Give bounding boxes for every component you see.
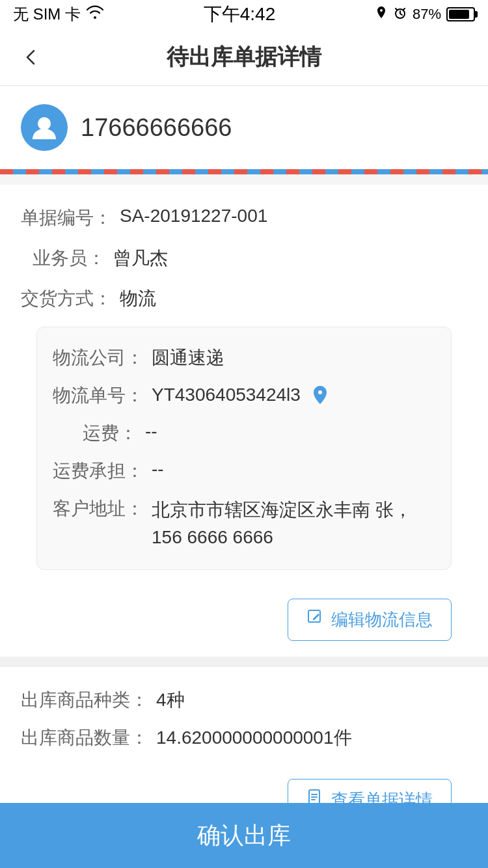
freight-bearer-label: 运费承担： — [53, 459, 144, 483]
freight-row: 运费： -- — [53, 421, 435, 446]
alarm-icon — [393, 5, 407, 23]
address-label: 客户地址： — [53, 496, 144, 521]
order-no-label: 单据编号： — [21, 206, 112, 230]
logistics-tracking-label: 物流单号： — [53, 383, 144, 408]
order-no-row: 单据编号： SA-20191227-001 — [21, 206, 467, 230]
salesman-row: 业务员： 曾凡杰 — [21, 246, 467, 271]
confirm-button[interactable]: 确认出库 — [0, 803, 488, 868]
logistics-box: 物流公司： 圆通速递 物流单号： YT43064053424l3 运费： -- … — [36, 327, 452, 570]
tracking-location-button[interactable] — [308, 383, 332, 407]
goods-quantity-label: 出库商品数量： — [21, 726, 148, 750]
customer-section: 17666666666 — [0, 86, 488, 169]
location-icon — [375, 5, 388, 23]
logistics-tracking-value: YT43064053424l3 — [152, 383, 435, 407]
delivery-method-label: 交货方式： — [21, 286, 112, 311]
freight-value: -- — [145, 421, 435, 442]
svg-rect-2 — [308, 610, 320, 622]
battery-percentage: 87% — [413, 6, 441, 23]
battery-icon — [446, 7, 475, 21]
address-value: 北京市市辖区海淀区永丰南 张，156 6666 6666 — [152, 496, 435, 551]
avatar — [21, 104, 68, 151]
salesman-value: 曾凡杰 — [113, 246, 467, 271]
edit-icon — [306, 608, 325, 631]
goods-quantity-value: 14.620000000000001件 — [156, 726, 352, 750]
goods-type-value: 4种 — [156, 688, 185, 712]
salesman-label: 业务员： — [21, 246, 105, 271]
status-left: 无 SIM 卡 — [13, 4, 104, 25]
freight-bearer-row: 运费承担： -- — [53, 459, 435, 483]
goods-type-row: 出库商品种类： 4种 — [21, 688, 467, 712]
page-title: 待出库单据详情 — [167, 42, 321, 72]
address-row: 客户地址： 北京市市辖区海淀区永丰南 张，156 6666 6666 — [53, 496, 435, 551]
carrier-label: 无 SIM 卡 — [13, 4, 81, 25]
status-bar: 无 SIM 卡 下午4:42 87% — [0, 0, 488, 29]
section-separator — [0, 657, 488, 667]
logistics-company-row: 物流公司： 圆通速递 — [53, 346, 435, 370]
freight-label: 运费： — [53, 421, 137, 446]
delivery-method-row: 交货方式： 物流 — [21, 286, 467, 311]
status-right: 87% — [375, 5, 475, 23]
dashed-divider — [0, 169, 488, 174]
logistics-tracking-row: 物流单号： YT43064053424l3 — [53, 383, 435, 408]
edit-logistics-label: 编辑物流信息 — [331, 608, 433, 631]
edit-logistics-button[interactable]: 编辑物流信息 — [288, 599, 452, 641]
logistics-company-value: 圆通速递 — [152, 346, 435, 370]
nav-bar: 待出库单据详情 — [0, 29, 488, 86]
delivery-method-value: 物流 — [120, 286, 467, 311]
goods-quantity-row: 出库商品数量： 14.620000000000001件 — [21, 726, 467, 750]
wifi-icon — [86, 5, 104, 23]
back-button[interactable] — [16, 42, 47, 73]
customer-phone: 17666666666 — [81, 114, 232, 142]
order-no-value: SA-20191227-001 — [120, 206, 467, 226]
logistics-company-label: 物流公司： — [53, 346, 144, 370]
goods-type-label: 出库商品种类： — [21, 688, 148, 712]
order-info-section: 单据编号： SA-20191227-001 业务员： 曾凡杰 交货方式： 物流 … — [0, 185, 488, 657]
freight-bearer-value: -- — [152, 459, 435, 480]
svg-point-1 — [38, 117, 51, 130]
status-time: 下午4:42 — [204, 2, 276, 27]
